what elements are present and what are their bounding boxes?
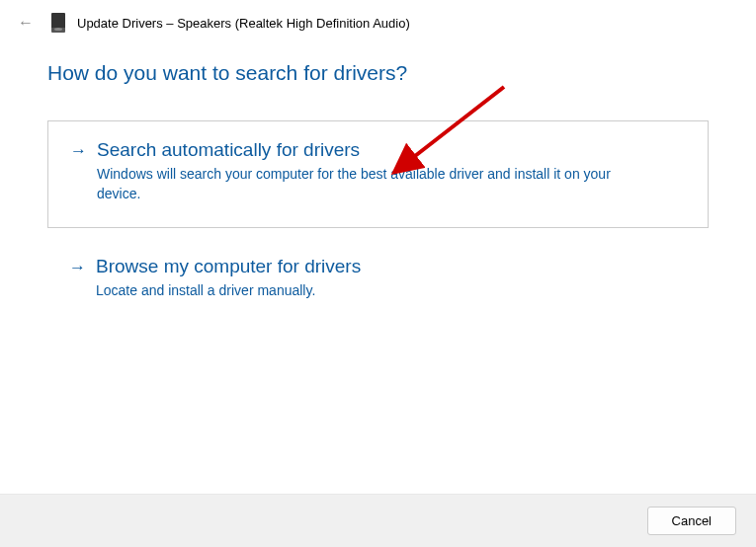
- option-search-automatically[interactable]: → Search automatically for drivers Windo…: [47, 120, 709, 228]
- page-heading: How do you want to search for drivers?: [47, 61, 709, 85]
- titlebar: ← Update Drivers – Speakers (Realtek Hig…: [0, 0, 756, 41]
- option-description: Windows will search your computer for th…: [97, 165, 630, 203]
- option-title: Search automatically for drivers: [97, 139, 360, 161]
- option-browse-computer[interactable]: → Browse my computer for drivers Locate …: [47, 256, 709, 301]
- arrow-right-icon: →: [70, 141, 87, 161]
- back-button[interactable]: ←: [12, 12, 40, 34]
- option-description: Locate and install a driver manually.: [96, 281, 630, 301]
- cancel-button[interactable]: Cancel: [647, 507, 736, 535]
- option-title: Browse my computer for drivers: [96, 256, 361, 277]
- speaker-icon: [51, 13, 65, 33]
- arrow-right-icon: →: [69, 258, 86, 277]
- footer: Cancel: [0, 494, 756, 547]
- content-area: How do you want to search for drivers? →…: [0, 41, 756, 301]
- window-title: Update Drivers – Speakers (Realtek High …: [77, 16, 410, 31]
